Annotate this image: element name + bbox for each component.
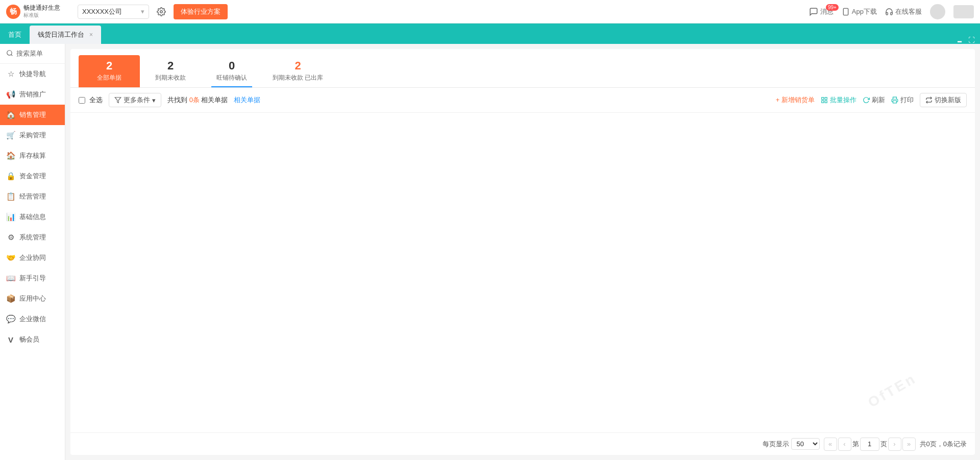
pagination-bar: 每页显示 50 100 200 « ‹ 第 页 › » 共0页，0条记录 xyxy=(70,432,975,455)
search-menu-button[interactable]: 搜索菜单 xyxy=(0,44,65,64)
header-right: 消息 99+ App下载 在线客服 xyxy=(809,4,974,19)
settings-button[interactable] xyxy=(153,4,169,20)
sidebar-item-app-center[interactable]: 📦 应用中心 xyxy=(0,288,65,309)
page-suffix: 页 xyxy=(880,440,887,449)
tab-expand-icon[interactable]: ⛶ xyxy=(968,36,975,44)
cooperation-icon: 🤝 xyxy=(6,253,15,262)
logo-area: 畅 畅捷通好生意 标准版 xyxy=(6,4,71,19)
per-page-select[interactable]: 50 100 200 xyxy=(791,438,820,450)
finance-icon: 🔒 xyxy=(6,172,15,181)
summary-card-not-shipped[interactable]: 2 到期未收款 已出库 xyxy=(262,55,333,87)
refresh-button[interactable]: 刷新 xyxy=(863,95,885,105)
sidebar-item-label-wechat: 企业微信 xyxy=(19,314,46,324)
last-page-button[interactable]: » xyxy=(902,438,916,451)
table-area xyxy=(70,113,975,432)
online-service-button[interactable]: 在线客服 xyxy=(885,7,922,16)
print-button[interactable]: 打印 xyxy=(891,95,914,105)
filter-label: 更多条件 xyxy=(124,95,150,105)
svg-point-3 xyxy=(7,50,12,55)
sidebar-item-member[interactable]: V 畅会员 xyxy=(0,329,65,350)
sidebar-item-label-marketing: 营销推广 xyxy=(19,90,46,99)
message-button[interactable]: 消息 99+ xyxy=(809,7,834,16)
all-label: 全部单据 xyxy=(89,74,130,82)
add-order-button[interactable]: + 新增销货单 xyxy=(776,95,815,105)
company-selector[interactable]: XXXXXX公司 ▾ xyxy=(78,5,149,19)
svg-rect-1 xyxy=(843,8,848,15)
sidebar-item-system[interactable]: ⚙ 系统管理 xyxy=(0,227,65,248)
basic-info-icon: 📊 xyxy=(6,212,15,222)
page-input[interactable] xyxy=(860,438,879,451)
summary-card-overdue[interactable]: 2 到期未收款 xyxy=(140,55,201,87)
avatar[interactable] xyxy=(930,4,945,19)
tab-close-icon[interactable]: × xyxy=(89,31,93,38)
sidebar-item-operations[interactable]: 📋 经营管理 xyxy=(0,186,65,207)
tab-home[interactable]: 首页 xyxy=(0,26,30,44)
sidebar-item-label-guide: 新手引导 xyxy=(19,274,46,283)
wechat-icon: 💬 xyxy=(6,314,15,324)
select-all-checkbox[interactable]: 全选 xyxy=(79,95,103,105)
svg-rect-8 xyxy=(822,101,824,103)
sidebar-item-label-sales: 销售管理 xyxy=(19,110,46,119)
user-info[interactable] xyxy=(953,5,974,18)
svg-rect-9 xyxy=(825,101,827,103)
sidebar-item-sales[interactable]: 🏠 销售管理 xyxy=(0,105,65,125)
tab-work[interactable]: 钱货日清工作台 × xyxy=(30,26,101,44)
sidebar-item-wechat[interactable]: 💬 企业微信 xyxy=(0,309,65,329)
sidebar-item-label-app-center: 应用中心 xyxy=(19,294,46,303)
select-all-input[interactable] xyxy=(79,97,85,104)
sidebar-item-quick-nav[interactable]: ☆ 快捷导航 xyxy=(0,64,65,84)
sales-icon: 🏠 xyxy=(6,110,15,119)
sidebar-item-marketing[interactable]: 📢 营销推广 xyxy=(0,84,65,105)
logo-icon: 畅 xyxy=(6,5,20,19)
search-icon xyxy=(6,50,13,58)
sidebar-item-finance[interactable]: 🔒 资金管理 xyxy=(0,166,65,186)
sidebar-item-label-cooperation: 企业协同 xyxy=(19,253,46,262)
select-all-label: 全选 xyxy=(89,95,103,105)
all-count: 2 xyxy=(89,59,130,72)
search-menu-label: 搜索菜单 xyxy=(16,49,43,58)
page-label: 第 xyxy=(852,440,859,449)
inventory-icon: 🏠 xyxy=(6,151,15,160)
found-text: 共找到 0条 相关单据 xyxy=(167,95,228,105)
app-download-button[interactable]: App下载 xyxy=(842,7,877,16)
tab-bar-actions: 🗕 ⛶ xyxy=(951,36,980,44)
sidebar-item-label-finance: 资金管理 xyxy=(19,172,46,181)
app-center-icon: 📦 xyxy=(6,294,15,303)
company-name: XXXXXX公司 xyxy=(82,7,138,16)
filter-button[interactable]: 更多条件 ▾ xyxy=(109,93,161,107)
sidebar-item-guide[interactable]: 📖 新手引导 xyxy=(0,268,65,288)
logo-text: 畅捷通好生意 xyxy=(23,4,60,12)
page-nav: « ‹ 第 页 › » xyxy=(824,438,916,451)
sidebar-item-purchase[interactable]: 🛒 采购管理 xyxy=(0,125,65,146)
svg-marker-5 xyxy=(115,98,121,103)
sidebar-item-inventory[interactable]: 🏠 库存核算 xyxy=(0,146,65,166)
online-service-label: 在线客服 xyxy=(895,7,922,16)
overdue-label: 到期未收款 xyxy=(150,74,191,82)
batch-operation-button[interactable]: 批量操作 xyxy=(821,95,856,105)
prev-page-button[interactable]: ‹ xyxy=(838,438,851,451)
next-page-button[interactable]: › xyxy=(888,438,901,451)
system-icon: ⚙ xyxy=(6,233,15,242)
sidebar-item-label-inventory: 库存核算 xyxy=(19,151,46,160)
switch-version-button[interactable]: 切换新版 xyxy=(920,93,967,107)
svg-rect-6 xyxy=(822,98,824,100)
summary-card-pending[interactable]: 0 旺铺待确认 xyxy=(201,55,262,87)
top-header: 畅 畅捷通好生意 标准版 XXXXXX公司 ▾ 体验行业方案 消息 99+ xyxy=(0,0,980,23)
guide-icon: 📖 xyxy=(6,274,15,283)
tab-minimize-icon[interactable]: 🗕 xyxy=(957,36,963,44)
page-total: 共0页，0条记录 xyxy=(920,440,967,449)
sidebar-item-label-system: 系统管理 xyxy=(19,233,46,242)
sidebar-item-cooperation[interactable]: 🤝 企业协同 xyxy=(0,248,65,268)
first-page-button[interactable]: « xyxy=(824,438,837,451)
svg-line-4 xyxy=(11,54,13,56)
message-badge: 99+ xyxy=(826,4,839,11)
summary-card-all[interactable]: 2 全部单据 xyxy=(79,55,140,87)
svg-rect-10 xyxy=(893,101,897,104)
sidebar-item-basic-info[interactable]: 📊 基础信息 xyxy=(0,207,65,227)
experience-button[interactable]: 体验行业方案 xyxy=(174,4,228,19)
related-link[interactable]: 相关单据 xyxy=(234,95,260,105)
tab-home-label: 首页 xyxy=(8,30,21,39)
tab-work-label: 钱货日清工作台 xyxy=(38,30,84,39)
svg-point-0 xyxy=(160,10,163,13)
pending-count: 0 xyxy=(211,59,252,72)
